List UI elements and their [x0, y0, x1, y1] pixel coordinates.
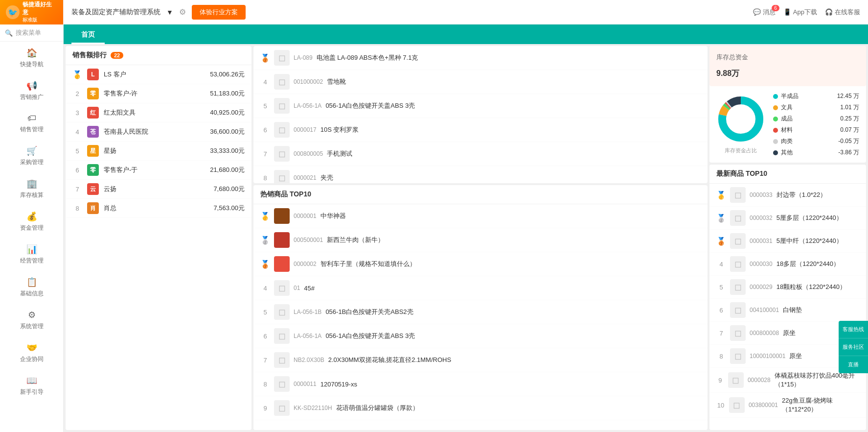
- new-product-row[interactable]: 🥇 ◻ 0000033 封边带（1.0*22）: [709, 184, 866, 207]
- legend-label: 文具: [781, 103, 837, 112]
- sidebar-item-guide[interactable]: 📖 新手引导: [0, 369, 63, 402]
- sidebar-item-operations[interactable]: 📊 经营管理: [0, 238, 63, 271]
- float-button[interactable]: 服务社区: [839, 338, 868, 356]
- product-name: 22g鱼豆腐-烧烤味（1*12*20）: [782, 396, 859, 414]
- float-button[interactable]: 客服热线: [839, 321, 868, 338]
- rank-number: 9: [716, 377, 724, 384]
- hot-products-right-card: 🥉 ◻ LA-089 电池盖 LA-089 ABS本色+黑种 7.1克 4 ◻ …: [253, 46, 708, 183]
- rank-row[interactable]: 2 零 零售客户-许 51,183.00元: [66, 84, 251, 103]
- online-service-item[interactable]: 🎧 在线客服: [825, 8, 860, 17]
- product-code: 0000030: [750, 261, 773, 267]
- product-name: 封边带（1.0*22）: [777, 191, 827, 199]
- gear-icon[interactable]: ⚙: [179, 7, 186, 17]
- legend-label: 成品: [781, 115, 837, 123]
- sidebar-item-sys-mgmt[interactable]: ⚙ 系统管理: [0, 304, 63, 336]
- new-products-list: 🥇 ◻ 0000033 封边带（1.0*22） 🥈 ◻ 0000032 5厘多层…: [709, 184, 866, 430]
- product-row[interactable]: 🥉 ◻ LA-089 电池盖 LA-089 ABS本色+黑种 7.1克: [253, 46, 708, 70]
- product-image-placeholder: ◻: [274, 122, 290, 138]
- sidebar-item-enterprise[interactable]: 🤝 企业协同: [0, 336, 63, 369]
- chevron-down-icon[interactable]: ▼: [166, 8, 173, 16]
- sidebar-item-basic-info[interactable]: 📋 基础信息: [0, 271, 63, 304]
- sidebar-item-finance[interactable]: 💰 资金管理: [0, 205, 63, 238]
- sidebar-item-label: 营销推广: [20, 93, 44, 101]
- product-row[interactable]: 7 ◻ NB2.0X30B 2.0X30MM双搓花轴,搓花直径2.1MM/ROH…: [253, 348, 708, 372]
- rank-number: 5: [260, 309, 270, 316]
- sidebar-item-inventory[interactable]: 🏢 库存核算: [0, 172, 63, 205]
- trial-button[interactable]: 体验行业方案: [192, 5, 246, 20]
- home-icon: 🏠: [26, 48, 37, 58]
- avatar: L: [87, 69, 99, 80]
- sidebar-item-label: 基础信息: [20, 289, 44, 298]
- product-image-placeholder: ◻: [274, 50, 290, 66]
- product-code: 0000031: [750, 238, 773, 244]
- product-image-placeholder: ◻: [274, 74, 290, 90]
- product-row[interactable]: 🥉 0000002 智利车子里（规格不知道填什么）: [253, 252, 708, 276]
- sales-amount: 7,563.00元: [213, 204, 245, 213]
- product-row[interactable]: 9 ◻ KK-SD22110H 花语萌值温分罐罐袋（厚款）: [253, 396, 708, 420]
- product-code: LA-089: [294, 54, 313, 61]
- rank-number: 2: [72, 90, 82, 97]
- product-image-placeholder: ◻: [274, 146, 290, 162]
- rank-row[interactable]: 4 苍 苍南县人民医院 36,600.00元: [66, 122, 251, 142]
- tab-home[interactable]: 首页: [71, 24, 105, 44]
- new-product-row[interactable]: 10 ◻ 003800001 22g鱼豆腐-烧烤味（1*12*20）: [709, 393, 866, 418]
- new-product-row[interactable]: 6 ◻ 004100001 白钢垫: [709, 299, 866, 322]
- legend-item: 半成品 12.45 万: [773, 92, 859, 100]
- rank-row[interactable]: 🥇 L LS 客户 53,006.26元: [66, 65, 251, 84]
- sidebar-item-quick-nav[interactable]: 🏠 快捷导航: [0, 42, 63, 74]
- rank-row[interactable]: 5 星 星扬 33,333.00元: [66, 142, 251, 161]
- product-row[interactable]: 5 ◻ LA-056-1A 056-1A白色按键开关盖ABS 3壳: [253, 94, 708, 118]
- product-row[interactable]: 4 ◻ 01 45#: [253, 276, 708, 300]
- product-code: LA-056-1B: [294, 309, 321, 315]
- product-row[interactable]: 🥈 000500001 新西兰牛肉（新牛）: [253, 228, 708, 252]
- rank-number: 7: [260, 357, 270, 364]
- sidebar-item-marketing[interactable]: 📢 营销推广: [0, 74, 63, 107]
- product-name: 夹壳: [320, 173, 701, 182]
- bronze-medal-icon: 🥉: [260, 53, 270, 63]
- rank-row[interactable]: 6 零 零售客户-于 21,680.00元: [66, 161, 251, 180]
- legend-value: -3.86 万: [838, 148, 859, 157]
- sidebar-item-sales[interactable]: 🏷 销售管理: [0, 107, 63, 140]
- app-download-item[interactable]: 📱 App下载: [783, 8, 817, 17]
- search-menu[interactable]: 🔍 搜索菜单: [0, 24, 63, 42]
- inventory-subtitle: 库存资金占比: [716, 147, 765, 154]
- new-product-row[interactable]: 🥈 ◻ 0000032 5厘多层（1220*2440）: [709, 207, 866, 230]
- product-image-placeholder: ◻: [730, 325, 746, 341]
- inventory-amount: 9.88万: [716, 64, 859, 79]
- gold-medal-icon: 🥇: [716, 191, 726, 200]
- new-product-row[interactable]: 4 ◻ 0000030 18多层（1220*2440）: [709, 253, 866, 276]
- legend-dot: [773, 150, 778, 155]
- new-product-row[interactable]: 🥉 ◻ 0000031 5厘中纤（1220*2440）: [709, 230, 866, 253]
- product-row[interactable]: 8 ◻ 0000021 夹壳: [253, 166, 708, 183]
- product-image-placeholder: ◻: [730, 302, 746, 318]
- sidebar-item-purchase[interactable]: 🛒 采购管理: [0, 140, 63, 172]
- legend-value: -0.05 万: [838, 137, 859, 145]
- rank-number: 8: [260, 174, 270, 182]
- rank-row[interactable]: 7 云 云扬 7,680.00元: [66, 180, 251, 199]
- avatar: 红: [87, 107, 99, 119]
- sales-ranking-table: 🥇 L LS 客户 53,006.26元 2 零 零售客户-许 51,183.0…: [66, 65, 251, 218]
- hot-products-title: 热销商品 TOP10: [260, 190, 311, 199]
- product-image-placeholder: ◻: [274, 352, 290, 368]
- message-item[interactable]: 💬 消息 6: [753, 8, 776, 17]
- sidebar-item-label: 库存核算: [20, 191, 44, 199]
- product-row[interactable]: 🥇 0000001 中华神器: [253, 204, 708, 228]
- app-logo: 🐦 畅捷通好生意 标准版: [0, 0, 63, 24]
- product-row[interactable]: 4 ◻ 001000002 雪地靴: [253, 70, 708, 94]
- new-product-row[interactable]: 5 ◻ 0000029 18颗粒板（1220*2440）: [709, 276, 866, 299]
- rank-number: 4: [716, 261, 726, 268]
- float-button[interactable]: 直播: [839, 356, 868, 373]
- product-row[interactable]: 7 ◻ 000800005 手机测试: [253, 142, 708, 166]
- product-row[interactable]: 5 ◻ LA-056-1B 056-1B白色按键开关壳ABS2壳: [253, 300, 708, 324]
- product-row[interactable]: 6 ◻ 0000017 10S 变利罗浆: [253, 118, 708, 142]
- bronze-medal-icon: 🥉: [260, 260, 270, 269]
- float-buttons: 客服热线服务社区直播: [839, 321, 868, 373]
- rank-row[interactable]: 8 肖 肖总 7,563.00元: [66, 199, 251, 218]
- rank-row[interactable]: 3 红 红太阳文具 40,925.00元: [66, 103, 251, 122]
- sales-amount: 51,183.00元: [210, 89, 245, 98]
- product-row[interactable]: 6 ◻ LA-056-1A 056-1A白色按键开关盖ABS 3壳: [253, 324, 708, 348]
- online-service-label: 在线客服: [835, 8, 860, 17]
- product-code: KK-SD22110H: [294, 405, 332, 411]
- product-code: 000800005: [294, 150, 323, 157]
- product-row[interactable]: 8 ◻ 0000011 12070519-xs: [253, 372, 708, 396]
